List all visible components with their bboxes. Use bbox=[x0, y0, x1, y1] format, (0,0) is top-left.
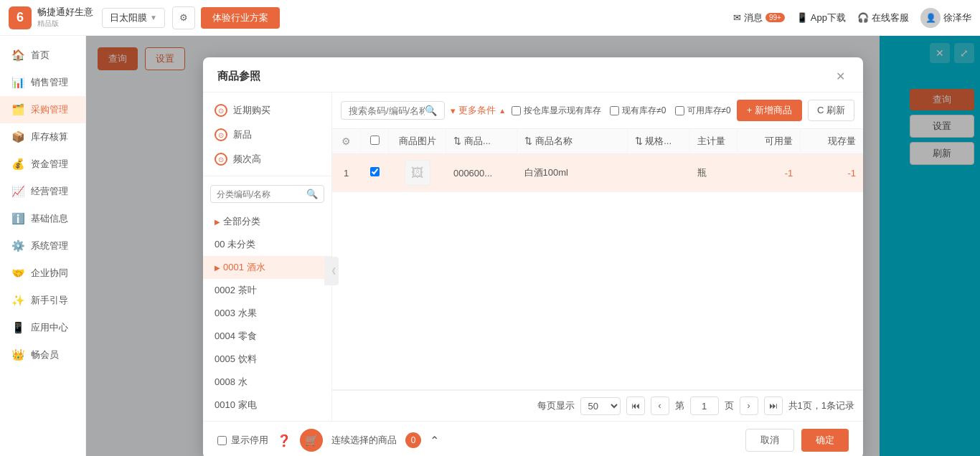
sidebar-label-system: 系统管理 bbox=[31, 239, 68, 252]
company-selector[interactable]: 日太阳膜 ▼ bbox=[102, 8, 165, 28]
sidebar-item-system[interactable]: ⚙️ 系统管理 bbox=[0, 232, 85, 260]
left-divider bbox=[203, 176, 331, 176]
row-checkbox-input[interactable] bbox=[370, 167, 380, 176]
select-all-checkbox[interactable] bbox=[370, 136, 380, 145]
quick-item-recent[interactable]: ⊙ 近期购买 bbox=[203, 98, 331, 123]
sidebar-item-inventory[interactable]: 📦 库存核算 bbox=[0, 123, 85, 151]
col-avail-header: 可用量 bbox=[738, 129, 801, 154]
category-item-liquor[interactable]: ▶ 0001 酒水 bbox=[203, 256, 331, 279]
left-sidebar: 🏠 首页 📊 销售管理 🗂️ 采购管理 📦 库存核算 💰 资金管理 📈 经营管理… bbox=[0, 36, 86, 456]
prev-page-button[interactable]: ‹ bbox=[651, 396, 669, 415]
filter-button[interactable]: ▾ 更多条件 ▲ bbox=[451, 104, 506, 117]
page-word: 第 bbox=[675, 399, 684, 412]
user-area[interactable]: 👤 徐泽华 bbox=[920, 8, 971, 28]
category-item-appliance[interactable]: 0010 家电 bbox=[203, 394, 331, 415]
table-settings-icon[interactable]: ⚙ bbox=[341, 136, 351, 147]
sidebar-item-finance[interactable]: 💰 资金管理 bbox=[0, 151, 85, 178]
next-page-button[interactable]: › bbox=[740, 396, 758, 415]
category-item-beverage[interactable]: 0005 饮料 bbox=[203, 348, 331, 371]
filter-icon: ▾ bbox=[451, 105, 456, 116]
row-num: 1 bbox=[332, 154, 360, 192]
sidebar-item-collab[interactable]: 🤝 企业协同 bbox=[0, 260, 85, 287]
category-item-water[interactable]: 0008 水 bbox=[203, 371, 331, 394]
category-search-icon[interactable]: 🔍 bbox=[306, 189, 318, 199]
cancel-button[interactable]: 取消 bbox=[745, 429, 794, 452]
company-name: 日太阳膜 bbox=[110, 11, 147, 24]
dialog-footer: 显示停用 ❓ 🛒 连续选择的商品 0 ⌃ 取消 确定 bbox=[203, 421, 863, 456]
sidebar-item-purchase[interactable]: 🗂️ 采购管理 bbox=[0, 96, 85, 123]
category-item-fruit[interactable]: 0003 水果 bbox=[203, 302, 331, 325]
row-img: 🖼 bbox=[389, 154, 446, 192]
dialog-close-button[interactable]: ✕ bbox=[831, 67, 849, 85]
category-item-uncategorized[interactable]: 00 未分类 bbox=[203, 233, 331, 256]
messages-btn[interactable]: ✉ 消息 99+ bbox=[733, 11, 785, 24]
checkbox-warehouse[interactable]: 按仓库显示现有库存 bbox=[512, 105, 601, 117]
appstore-icon: 📱 bbox=[11, 321, 25, 334]
quick-item-frequent[interactable]: ⊙ 频次高 bbox=[203, 147, 331, 171]
recent-icon: ⊙ bbox=[215, 104, 227, 117]
col-img-header: 商品图片 bbox=[389, 129, 446, 154]
col-stock-header: 现存量 bbox=[800, 129, 863, 154]
sidebar-item-member[interactable]: 👑 畅会员 bbox=[0, 341, 85, 369]
checkbox-available-stock[interactable]: 可用库存≠0 bbox=[675, 105, 731, 117]
dialog-header: 商品参照 ✕ bbox=[203, 57, 863, 92]
category-item-all[interactable]: ▶ 全部分类 bbox=[203, 210, 331, 233]
category-search-input[interactable] bbox=[217, 189, 306, 199]
sidebar-label-home: 首页 bbox=[31, 49, 50, 62]
inventory-icon: 📦 bbox=[11, 130, 25, 143]
sidebar-item-guide[interactable]: ✨ 新手引导 bbox=[0, 287, 85, 314]
username: 徐泽华 bbox=[943, 11, 971, 24]
show-disabled-label[interactable]: 显示停用 bbox=[217, 434, 268, 447]
sidebar-item-business[interactable]: 📈 经营管理 bbox=[0, 178, 85, 205]
filter-label: 更多条件 bbox=[458, 104, 496, 117]
category-item-snack[interactable]: 0004 零食 bbox=[203, 325, 331, 348]
refresh-button[interactable]: C 刷新 bbox=[808, 100, 854, 121]
col-code-header[interactable]: ⇅ 商品... bbox=[446, 129, 517, 154]
col-spec-header[interactable]: ⇅ 规格... bbox=[627, 129, 690, 154]
table-row[interactable]: 1 🖼 000600... 白酒100ml bbox=[332, 154, 863, 192]
sidebar-item-home[interactable]: 🏠 首页 bbox=[0, 42, 85, 69]
row-checkbox[interactable] bbox=[360, 154, 388, 192]
dialog-title: 商品参照 bbox=[217, 70, 260, 83]
checkbox-available-stock-input[interactable] bbox=[675, 106, 684, 115]
frequent-label: 频次高 bbox=[233, 153, 261, 166]
category-item-tea[interactable]: 0002 茶叶 bbox=[203, 279, 331, 302]
page-size-select[interactable]: 50 100 200 bbox=[580, 397, 621, 415]
new-product-button[interactable]: + 新增商品 bbox=[737, 100, 802, 121]
product-search-icon[interactable]: 🔍 bbox=[425, 105, 437, 116]
collab-icon: 🤝 bbox=[11, 267, 25, 280]
col-name-header[interactable]: ⇅ 商品名称 bbox=[517, 129, 627, 154]
cart-button[interactable]: 🛒 bbox=[300, 429, 323, 452]
collapse-footer-icon[interactable]: ⌃ bbox=[430, 434, 439, 447]
product-image: 🖼 bbox=[405, 160, 430, 186]
table-header-row: ⚙ 商品图片 bbox=[332, 129, 863, 154]
sidebar-item-sales[interactable]: 📊 销售管理 bbox=[0, 69, 85, 96]
last-page-button[interactable]: ⏭ bbox=[764, 396, 783, 415]
sort-icon: ⇅ bbox=[453, 136, 461, 146]
sidebar-label-business: 经营管理 bbox=[31, 185, 68, 198]
sidebar-label-basicinfo: 基础信息 bbox=[31, 212, 68, 225]
quick-item-new[interactable]: ⊙ 新品 bbox=[203, 123, 331, 147]
settings-icon[interactable]: ⚙ bbox=[172, 6, 195, 29]
app-download-btn[interactable]: 📱 App下载 bbox=[796, 11, 846, 24]
dialog-table: ⚙ 商品图片 bbox=[332, 129, 863, 389]
sidebar-item-basicinfo[interactable]: ℹ️ 基础信息 bbox=[0, 205, 85, 232]
page-input[interactable] bbox=[690, 396, 719, 415]
sidebar-label-collab: 企业协同 bbox=[31, 267, 68, 280]
product-search-input[interactable] bbox=[349, 105, 425, 116]
sidebar-item-appstore[interactable]: 📱 应用中心 bbox=[0, 314, 85, 341]
collapse-panel-button[interactable]: 《 bbox=[324, 257, 339, 285]
sidebar-label-finance: 资金管理 bbox=[31, 158, 68, 171]
online-service-btn[interactable]: 🎧 在线客服 bbox=[857, 11, 909, 24]
help-icon[interactable]: ❓ bbox=[277, 434, 291, 447]
row-available: -1 bbox=[738, 154, 801, 192]
checkbox-existing-stock[interactable]: 现有库存≠0 bbox=[610, 105, 666, 117]
show-disabled-checkbox[interactable] bbox=[217, 436, 227, 445]
first-page-button[interactable]: ⏮ bbox=[626, 396, 645, 415]
sidebar-label-inventory: 库存核算 bbox=[31, 130, 68, 143]
checkbox-existing-stock-input[interactable] bbox=[610, 106, 619, 115]
confirm-button[interactable]: 确定 bbox=[801, 429, 849, 452]
selected-text: 连续选择的商品 bbox=[331, 434, 397, 447]
trial-button[interactable]: 体验行业方案 bbox=[201, 7, 280, 29]
checkbox-warehouse-input[interactable] bbox=[512, 106, 521, 115]
